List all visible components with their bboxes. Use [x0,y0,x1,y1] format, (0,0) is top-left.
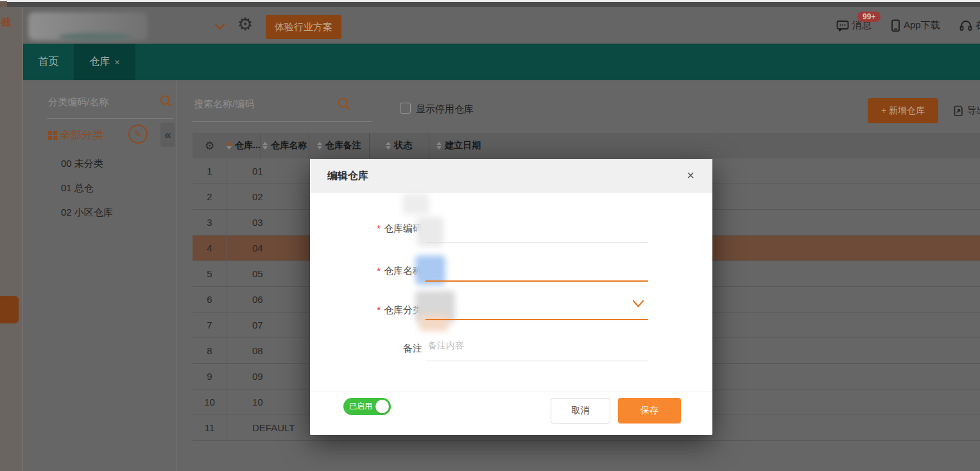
category-field-label: *仓库分类 [336,304,422,316]
sort-arrows[interactable] [436,142,442,150]
chevron-down-icon[interactable] [214,21,225,33]
row-index: 3 [193,217,227,228]
column-settings-gear-icon[interactable]: ⚙ [193,133,227,158]
window-top-strip [0,2,980,7]
tab-home[interactable]: 首页 [23,44,74,80]
show-disabled-label: 显示停用仓库 [416,103,474,116]
row-index: 4 [193,243,227,253]
export-button[interactable]: 导出 [953,105,980,117]
category-search-input[interactable] [47,92,157,111]
row-index: 8 [193,345,227,356]
sort-arrows[interactable] [262,142,268,150]
column-label: 仓库... [235,140,261,151]
enabled-toggle[interactable]: 已启用 [343,398,391,415]
required-mark: * [377,265,381,276]
app-download-label: App下载 [904,19,940,31]
modal-title: 编辑仓库 [327,159,368,193]
column-label: 建立日期 [445,140,481,151]
category-field-underline[interactable] [426,319,648,320]
app-screen: 截 ⚙ 体验行业方案 消息 99+ App下载 在 [0,0,980,471]
row-code: 03 [227,210,275,236]
warehouse-search-input[interactable] [193,94,347,112]
row-index: 5 [193,268,227,279]
blurred-content [402,194,429,214]
sidebar-divider [176,80,176,471]
messages-item[interactable]: 消息 99+ [836,19,872,31]
row-index: 10 [193,397,227,407]
show-disabled-checkbox[interactable] [400,103,411,114]
code-field-underline[interactable] [426,242,648,243]
all-categories-title[interactable]: 全部分类 [60,128,103,142]
table-column-header[interactable]: 建立日期 [429,133,488,158]
row-index: 9 [193,371,227,382]
column-label: 状态 [394,140,412,151]
remark-field-underline [426,361,648,361]
remark-input[interactable] [427,336,619,354]
edit-category-icon[interactable]: ✎ [128,124,148,144]
close-icon[interactable]: × [687,169,694,182]
category-list-item[interactable]: 01 总仓 [61,180,113,196]
logo-swoosh [58,33,132,41]
sort-arrows[interactable] [386,142,391,150]
corner-fragment [0,1,7,7]
app-download-item[interactable]: App下载 [891,19,940,32]
category-list: 00 未分类01 总仓02 小区仓库 [61,156,113,220]
online-support-item[interactable]: 在 [959,19,980,31]
column-label: 仓库备注 [325,140,361,151]
chevron-down-icon[interactable] [632,299,644,311]
row-index: 1 [193,166,227,176]
table-header: ⚙ 仓库... 仓库名称 [193,133,980,158]
add-warehouse-button[interactable]: + 新增仓库 [868,98,938,123]
topbar-right-group: 消息 99+ App下载 在 [836,7,980,44]
export-label: 导出 [967,105,980,117]
cancel-button[interactable]: 取消 [551,398,610,424]
required-mark: * [377,223,381,234]
row-code: DEFAULT [227,415,275,441]
export-icon [953,105,964,117]
row-code: 07 [227,313,275,338]
tab-warehouse-label: 仓库 [89,55,110,69]
row-code: 02 [227,184,275,210]
row-code: 01 [227,158,275,184]
row-code: 08 [227,338,275,364]
row-code: 09 [227,364,275,390]
category-list-item[interactable]: 02 小区仓库 [61,205,113,220]
sort-arrows[interactable] [227,142,232,150]
required-mark: * [377,304,381,315]
table-column-header[interactable]: 状态 [369,133,429,158]
sidebar-collapse-button[interactable]: « [160,123,175,147]
trial-plan-button[interactable]: 体验行业方案 [266,15,341,39]
tab-warehouse[interactable]: 仓库 × [74,44,135,80]
grid-icon [48,131,57,142]
tab-close-icon[interactable]: × [114,57,119,67]
chat-bubble-icon [836,20,849,31]
table-column-header[interactable]: 仓库名称 [261,133,309,158]
column-label: 仓库名称 [271,140,307,151]
online-support-label: 在 [976,19,980,31]
side-floating-tab[interactable] [0,296,19,323]
phone-icon [891,19,900,32]
sort-arrows[interactable] [317,142,322,150]
category-list-item[interactable]: 00 未分类 [61,156,113,171]
remark-field-label: 备注 [336,342,422,355]
save-button[interactable]: 保存 [618,398,681,424]
search-icon[interactable] [337,97,351,114]
search-icon[interactable] [159,94,173,111]
gutter-cutoff-glyph: 截 [1,16,11,30]
left-gutter: 截 [0,7,23,471]
edit-warehouse-modal: 编辑仓库 × *仓库编码 *仓库名称 *仓库分类 备注 [310,159,712,435]
name-field-label: *仓库名称 [336,264,422,277]
row-code: 06 [227,287,275,313]
row-code: 10 [227,390,275,415]
table-column-header[interactable]: 仓库备注 [309,133,369,158]
enabled-toggle-label: 已启用 [349,398,372,415]
modal-header: 编辑仓库 × [310,159,712,193]
row-code: 05 [227,261,275,287]
messages-badge: 99+ [857,12,881,22]
category-search-underline [47,118,173,119]
row-index: 2 [193,191,227,202]
name-field-underline[interactable] [426,280,648,282]
row-index: 6 [193,294,227,305]
table-column-header[interactable]: 仓库... [227,133,261,158]
gear-icon[interactable]: ⚙ [237,16,253,33]
